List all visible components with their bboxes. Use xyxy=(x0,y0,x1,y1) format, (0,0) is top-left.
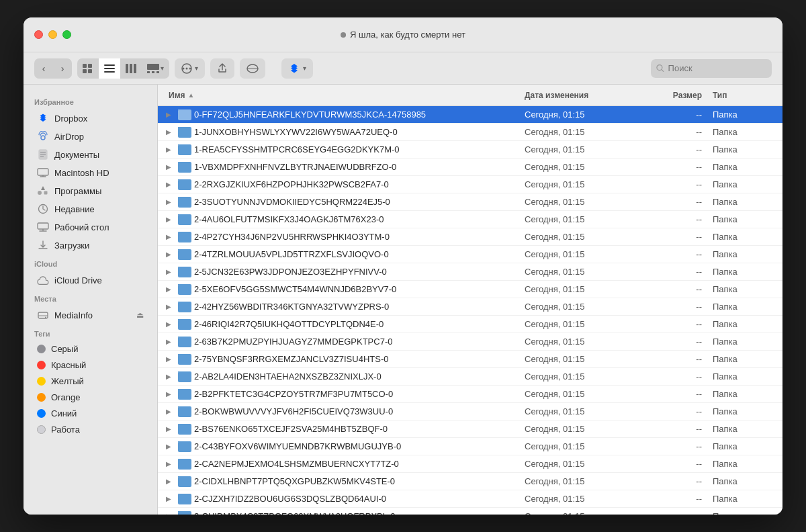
column-view-button[interactable] xyxy=(120,58,142,79)
file-type: Папка xyxy=(707,494,774,504)
svg-rect-4 xyxy=(104,64,115,66)
table-row[interactable]: ▶ 2-CA2NEPMJEXMO4LSHSMZMBUERNCXYT7TZ-0 С… xyxy=(158,455,782,473)
table-row[interactable]: ▶ 2-2RXGJZKIUXF6HZPOPHJHK32PWSCB2FA7-0 С… xyxy=(158,176,782,193)
share-button[interactable] xyxy=(210,58,234,79)
back-button[interactable]: ‹ xyxy=(34,58,53,79)
sidebar-item-tag-grey[interactable]: Серый xyxy=(26,341,154,357)
file-rows: ▶ 0-FF72QLJ5HNFEARKFLKYDVTURWM35JKCA-147… xyxy=(158,106,782,515)
table-row[interactable]: ▶ 2-3SUOTYUNNJVDMOKIIEDYC5HQRM224EJ5-0 С… xyxy=(158,193,782,211)
table-row[interactable]: ▶ 2-CUIDMBX4C2TZBGFQ62XMWVA2HGFRPXBL-0 С… xyxy=(158,508,782,515)
file-name: 2-4TZRLMOUUA5VPLJD5TTRZXFLSVJIOQVO-0 xyxy=(194,249,389,259)
table-row[interactable]: ▶ 0-FF72QLJ5HNFEARKFLKYDVTURWM35JKCA-147… xyxy=(158,106,782,124)
table-row[interactable]: ▶ 2-46RIQI42R7Q5IUKHQ4OTTDCYPLTQDN4E-0 С… xyxy=(158,316,782,333)
file-list: Имя ▲ Дата изменения Размер Тип ▶ 0-FF72… xyxy=(158,85,782,515)
sidebar-item-icloud-drive[interactable]: iCloud Drive xyxy=(26,271,154,289)
list-view-button[interactable] xyxy=(99,58,120,79)
row-chevron: ▶ xyxy=(166,251,175,258)
row-chevron: ▶ xyxy=(166,163,175,171)
sidebar-item-downloads[interactable]: Загрузки xyxy=(26,236,154,254)
col-type-header[interactable]: Тип xyxy=(707,91,774,100)
table-row[interactable]: ▶ 2-B2PFKTETC3G4CPZOY5TR7MF3PU7MT5CO-0 С… xyxy=(158,386,782,403)
minimize-button[interactable] xyxy=(48,30,57,39)
sidebar-item-downloads-label: Загрузки xyxy=(54,240,89,251)
forward-button[interactable]: › xyxy=(53,58,72,79)
svg-rect-27 xyxy=(38,169,48,175)
file-date: Сегодня, 01:15 xyxy=(519,267,640,277)
folder-icon xyxy=(178,406,191,417)
svg-point-16 xyxy=(183,67,185,69)
close-button[interactable] xyxy=(34,30,43,39)
table-row[interactable]: ▶ 2-63B7K2PMUZPYIHJUAGYZ7MMDEGPKTPC7-0 С… xyxy=(158,333,782,351)
sidebar-item-mediainfo[interactable]: MediaInfo ⏏ xyxy=(26,306,154,324)
maximize-button[interactable] xyxy=(62,30,71,39)
file-type: Папка xyxy=(707,476,774,486)
sidebar-item-documents[interactable]: Документы xyxy=(26,146,154,163)
table-row[interactable]: ▶ 2-CIDXLHBNPT7PTQ5QXGPUBZKW5MKV4STE-0 С… xyxy=(158,473,782,490)
sidebar-item-airdrop[interactable]: AirDrop xyxy=(26,128,154,145)
sidebar-item-tag-blue-label: Синий xyxy=(51,408,77,418)
file-name: 2-2RXGJZKIUXF6HZPOPHJHK32PWSCB2FA7-0 xyxy=(194,179,389,189)
table-row[interactable]: ▶ 2-4P27CYH34J6NP2VU5HRRWSPHKI4O3YTM-0 С… xyxy=(158,228,782,246)
svg-rect-9 xyxy=(134,64,136,73)
file-date: Сегодня, 01:15 xyxy=(519,494,640,504)
row-chevron: ▶ xyxy=(166,443,175,450)
file-date: Сегодня, 01:15 xyxy=(519,319,640,329)
table-row[interactable]: ▶ 2-4AU6OLFUT7MSIKFX3J4OAGKJ6TM76X23-0 С… xyxy=(158,211,782,228)
row-chevron: ▶ xyxy=(166,181,175,188)
dropbox-button[interactable]: ▾ xyxy=(281,58,313,79)
file-size: -- xyxy=(640,127,707,137)
table-row[interactable]: ▶ 2-AB2LA4IDEN3HTAEHA2NXSZBZ3ZNIXLJX-0 С… xyxy=(158,368,782,386)
col-size-header[interactable]: Размер xyxy=(640,91,707,100)
sidebar-item-tag-blue[interactable]: Синий xyxy=(26,406,154,421)
table-row[interactable]: ▶ 2-BS76ENKO65TXCEJF2SVA25M4HBT5ZBQF-0 С… xyxy=(158,420,782,438)
table-row[interactable]: ▶ 2-C43BYFOXV6WIMYUEMNDB7KRWBMUGUJYB-0 С… xyxy=(158,438,782,455)
eject-icon[interactable]: ⏏ xyxy=(136,310,144,320)
sidebar: Избранное Dropbox AirDrop xyxy=(24,85,158,515)
file-date: Сегодня, 01:15 xyxy=(519,197,640,207)
folder-icon xyxy=(178,337,191,347)
file-type: Папка xyxy=(707,319,774,329)
table-row[interactable]: ▶ 2-5XE6OFV5GG5SMWCT54M4WNNJD6B2BYV7-0 С… xyxy=(158,281,782,298)
table-row[interactable]: ▶ 2-BOKWBWUVVVYJFV6H2FI5CUEIVQ73W3UU-0 С… xyxy=(158,403,782,420)
search-box[interactable] xyxy=(651,59,772,78)
sidebar-item-tag-red[interactable]: Красный xyxy=(26,357,154,373)
table-row[interactable]: ▶ 2-42HYZ56WBDITR346KTGNYA32TVWYZPRS-0 С… xyxy=(158,298,782,316)
file-date: Сегодня, 01:15 xyxy=(519,179,640,189)
search-input[interactable] xyxy=(668,63,766,73)
sidebar-item-desktop[interactable]: Рабочий стол xyxy=(26,218,154,236)
traffic-lights xyxy=(34,30,71,39)
file-size: -- xyxy=(640,337,707,347)
file-type: Папка xyxy=(707,354,774,364)
folder-icon xyxy=(178,441,191,452)
sidebar-item-tag-yellow[interactable]: Желтый xyxy=(26,373,154,389)
table-row[interactable]: ▶ 2-4TZRLMOUUA5VPLJD5TTRZXFLSVJIOQVO-0 С… xyxy=(158,246,782,263)
table-row[interactable]: ▶ 2-75YBNQSF3RRGXEMZJANCLV3Z7ISU4HTS-0 С… xyxy=(158,351,782,368)
file-date: Сегодня, 01:15 xyxy=(519,441,640,451)
sidebar-item-apps[interactable]: Программы xyxy=(26,182,154,200)
folder-icon xyxy=(178,459,191,470)
table-row[interactable]: ▶ 2-CJZXH7IDZ2BOU6UG6S3DQSLZBQD64AUI-0 С… xyxy=(158,490,782,508)
sidebar-item-tag-work-label: Работа xyxy=(51,425,80,435)
gallery-view-button[interactable]: ▾ xyxy=(142,58,169,79)
sidebar-item-macintosh[interactable]: Macintosh HD xyxy=(26,164,154,181)
action-button[interactable]: ▾ xyxy=(175,58,205,79)
sidebar-item-recent[interactable]: Недавние xyxy=(26,200,154,218)
table-row[interactable]: ▶ 1-VBXMDPFXNHFNVZLBYTRJNAEIWUDBRFZO-0 С… xyxy=(158,159,782,176)
file-size: -- xyxy=(640,232,707,242)
sidebar-item-tag-orange[interactable]: Orange xyxy=(26,390,154,405)
table-row[interactable]: ▶ 1-REA5CFYSSHMTPCRC6SEYG4EGG2DKYK7M-0 С… xyxy=(158,141,782,159)
sidebar-item-dropbox[interactable]: Dropbox xyxy=(26,109,154,127)
sidebar-item-tag-work[interactable]: Работа xyxy=(26,422,154,437)
row-chevron: ▶ xyxy=(166,146,175,153)
sidebar-section-places: Места xyxy=(24,290,157,306)
macintosh-icon xyxy=(37,167,49,179)
icon-view-button[interactable] xyxy=(77,58,99,79)
folder-icon xyxy=(178,319,191,330)
table-row[interactable]: ▶ 1-JUNXOBHYHSWLYXYWV22I6WY5WAA72UEQ-0 С… xyxy=(158,124,782,141)
col-date-header[interactable]: Дата изменения xyxy=(519,91,640,100)
table-row[interactable]: ▶ 2-5JCN32E63PW3JDPONJEZO3EZHPYFNIVV-0 С… xyxy=(158,263,782,281)
folder-icon xyxy=(178,302,191,312)
file-type: Папка xyxy=(707,511,774,515)
tag-button[interactable] xyxy=(240,58,265,79)
col-name-header[interactable]: Имя ▲ xyxy=(166,91,519,100)
